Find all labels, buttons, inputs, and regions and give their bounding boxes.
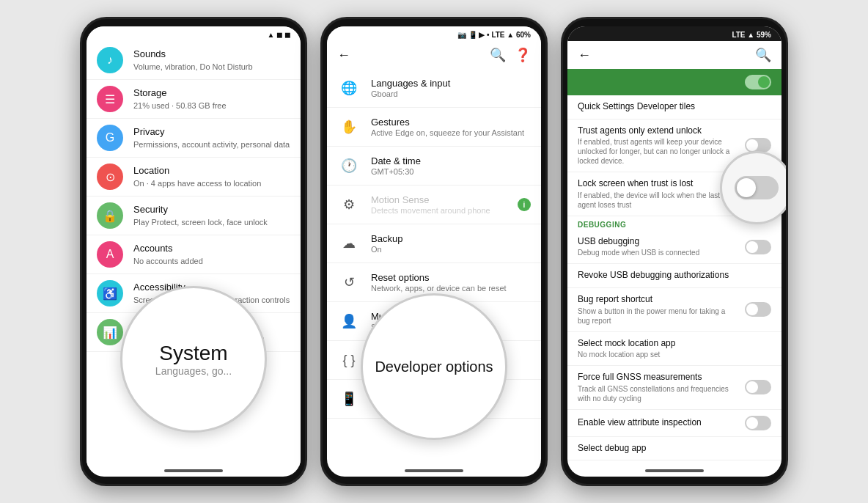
settings-item-sub: On · 4 apps have access to location <box>133 178 290 188</box>
help-icon[interactable]: ❓ <box>515 47 531 63</box>
system-item-title: Date & time <box>371 155 531 166</box>
settings-item-icon: 🔒 <box>97 202 123 229</box>
dev-search-icon[interactable]: 🔍 <box>755 47 771 63</box>
dev-item-title: Revoke USB debugging authorizations <box>578 270 771 282</box>
system-item[interactable]: ✋ Gestures Active Edge on, squeeze for y… <box>327 108 541 147</box>
dev-item-title: Trust agents only extend unlock <box>578 125 739 137</box>
system-item-title: Backup <box>371 233 531 244</box>
settings-item-title: Security <box>133 204 290 216</box>
status-icons-1: ▲ ◼ ◼ <box>268 31 290 39</box>
settings-item-sub: Play Protect, screen lock, face unlock <box>133 217 290 227</box>
search-icon[interactable]: 🔍 <box>490 47 506 63</box>
system-item-title: Languages & input <box>371 78 531 89</box>
settings-item-icon: ♿ <box>97 280 123 306</box>
system-item-icon: 📱 <box>337 387 361 411</box>
dev-item-sub: If enabled, trust agents will keep your … <box>578 137 739 166</box>
system-item-icon: ✋ <box>337 115 361 139</box>
system-header: ← 🔍 ❓ <box>327 41 541 69</box>
settings-item-title: Sounds <box>133 48 290 61</box>
usb-debug-toggle-large[interactable] <box>735 176 779 199</box>
settings-item[interactable]: A Accounts No accounts added <box>87 235 301 274</box>
settings-item-icon: G <box>97 125 123 151</box>
settings-item-sub: Permissions, account activity, personal … <box>133 139 290 150</box>
system-item-sub: Active Edge on, squeeze for your Assista… <box>371 128 531 137</box>
system-item-icon: ☁ <box>337 232 361 255</box>
mag1-sub: Languages, go... <box>155 365 232 377</box>
settings-item[interactable]: 🔒 Security Play Protect, screen lock, fa… <box>87 197 301 235</box>
dev-toggle[interactable] <box>745 416 771 430</box>
system-item[interactable]: 🕐 Date & time GMT+05:30 <box>327 147 541 186</box>
dev-item-title: Quick Settings Developer tiles <box>578 101 771 113</box>
mag1-title: System <box>159 342 227 365</box>
settings-item-title: Accounts <box>133 243 290 255</box>
dev-item[interactable]: Quick Settings Developer tiles <box>567 95 781 120</box>
dev-header: ← 🔍 <box>567 41 781 69</box>
system-item-icon: { } <box>337 348 361 372</box>
system-item[interactable]: 🌐 Languages & input Gboard <box>327 69 541 108</box>
system-item-icon: 🕐 <box>337 154 361 177</box>
back-button[interactable]: ← <box>337 48 350 63</box>
mag2-text: Developer options <box>375 359 493 375</box>
dev-back-button[interactable]: ← <box>578 48 591 63</box>
dev-toggle[interactable] <box>745 240 771 254</box>
system-item-title: Motion Sense <box>371 194 507 205</box>
settings-item[interactable]: ⊙ Location On · 4 apps have access to lo… <box>87 158 301 197</box>
dev-item-title: Bug report shortcut <box>578 294 739 306</box>
dev-item-title: Enable view attribute inspection <box>578 417 739 429</box>
settings-item-sub: 21% used · 50.83 GB free <box>133 100 290 111</box>
system-item-sub: Detects movement around phone <box>371 206 507 215</box>
settings-item-title: Privacy <box>133 126 290 139</box>
settings-item-icon: ⊙ <box>97 164 123 190</box>
dev-item-title: Select debug app <box>578 443 771 455</box>
dev-toggle[interactable] <box>745 380 771 394</box>
dev-item[interactable]: Force full GNSS measurements Track all G… <box>567 366 781 410</box>
usb-magnifier <box>720 151 788 224</box>
phone-1: ▲ ◼ ◼ ♪ Sounds Volume, vibration, Do Not… <box>80 17 307 486</box>
dev-item[interactable]: USB debugging Debug mode when USB is con… <box>567 230 781 265</box>
dev-item-title: Select mock location app <box>578 338 771 350</box>
status-bar-3: LTE ▲ 59% <box>567 26 781 41</box>
system-item-title: Reset options <box>371 272 531 283</box>
system-item-sub: GMT+05:30 <box>371 167 531 176</box>
system-item-icon: ⚙ <box>337 193 361 216</box>
dev-item[interactable]: Bug report shortcut Show a button in the… <box>567 288 781 332</box>
status-bar-2: 📷 📱 ▶ • LTE ▲ 60% <box>327 26 541 41</box>
dev-item-sub: If enabled, the device will lock when th… <box>578 191 739 210</box>
settings-item[interactable]: G Privacy Permissions, account activity,… <box>87 119 301 158</box>
settings-item-icon: ☰ <box>97 86 123 112</box>
dev-item-sub: No mock location app set <box>578 350 771 359</box>
home-bar-1 <box>164 469 223 472</box>
dev-item-sub: Debug mode when USB is connected <box>578 248 739 257</box>
dev-on-bar <box>567 69 781 95</box>
dev-item-sub: Show a button in the power menu for taki… <box>578 306 739 326</box>
settings-item-sub: No accounts added <box>133 256 290 266</box>
phone-2: 📷 📱 ▶ • LTE ▲ 60% ← 🔍 ❓ 🌐 Languages & in… <box>320 17 548 486</box>
dev-on-toggle[interactable] <box>745 75 771 89</box>
settings-item-title: Storage <box>133 87 290 100</box>
status-icons-3: LTE ▲ 59% <box>732 31 771 39</box>
status-icons-2: 📷 📱 ▶ • LTE ▲ 60% <box>457 31 531 39</box>
dev-toggle[interactable] <box>745 302 771 317</box>
dev-item[interactable]: Enable view attribute inspection <box>567 410 781 437</box>
dev-item[interactable]: Select debug app <box>567 437 781 461</box>
dev-item-title: Lock screen when trust is lost <box>578 178 739 190</box>
system-item[interactable]: ☁ Backup On <box>327 224 541 263</box>
settings-item[interactable]: ☰ Storage 21% used · 50.83 GB free <box>87 80 301 119</box>
info-dot: i <box>518 198 531 211</box>
status-bar-1: ▲ ◼ ◼ <box>87 26 301 41</box>
settings-item[interactable]: ♪ Sounds Volume, vibration, Do Not Distu… <box>87 41 301 80</box>
system-item-sub: Network, apps, or device can be reset <box>371 284 531 293</box>
system-item[interactable]: ⚙ Motion Sense Detects movement around p… <box>327 186 541 224</box>
dev-item[interactable]: Revoke USB debugging authorizations <box>567 264 781 288</box>
home-bar-3 <box>645 469 704 472</box>
settings-item-icon: A <box>97 241 123 268</box>
settings-item-icon: ♪ <box>97 47 123 73</box>
system-item-icon: 👤 <box>337 309 361 333</box>
system-item-sub: On <box>371 245 531 254</box>
dev-item[interactable]: Select mock location app No mock locatio… <box>567 332 781 367</box>
phone-3: LTE ▲ 59% ← 🔍 Quick Settings Developer t… <box>561 17 788 486</box>
system-item-icon: ↺ <box>337 271 361 294</box>
settings-item-title: Location <box>133 165 290 177</box>
magnifier-1: SystemLanguages, go... <box>120 286 267 433</box>
settings-item-sub: Volume, vibration, Do Not Disturb <box>133 62 290 72</box>
